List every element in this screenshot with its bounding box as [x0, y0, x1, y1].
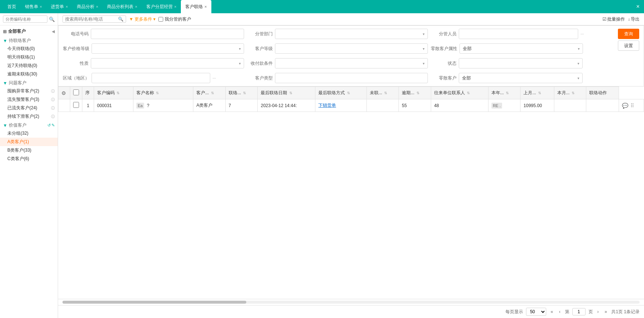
nav-home[interactable]: 首页	[3, 0, 21, 13]
filter-status-select[interactable]: ▾	[459, 58, 583, 68]
filter-manager-input[interactable]	[459, 29, 578, 39]
qr-icon[interactable]: ⠿	[630, 103, 634, 109]
nav-customer-layer[interactable]: 客户分层经营 ×	[142, 0, 181, 13]
nav-product-analysis[interactable]: 商品分析 ×	[72, 0, 103, 13]
filter-status-label: 状态	[431, 60, 457, 67]
sidebar-item-a-class[interactable]: A类客户(1)	[0, 138, 58, 146]
nav-purchase-close[interactable]: ×	[65, 4, 68, 9]
nav-customer-contact[interactable]: 客户联络 ×	[181, 0, 211, 13]
collapse-icon[interactable]: ◀	[52, 29, 55, 33]
export-button[interactable]: ↓ 导出	[628, 16, 640, 22]
sidebar-item-lost[interactable]: 已流失客户(24) ⓘ	[0, 104, 58, 112]
nav-product-analysis-close[interactable]: ×	[96, 4, 98, 9]
filter-customer-level-select[interactable]: ▾	[275, 43, 428, 54]
close-all-button[interactable]: ×	[635, 2, 641, 11]
page-input[interactable]	[572, 308, 586, 315]
filter-dept-label: 分管部门	[247, 31, 273, 37]
row-contact: 7	[225, 99, 258, 112]
filter-retail-attr-select[interactable]: 全部 ▾	[459, 43, 583, 54]
table-row: 1 000031 Ea ? A类客户 7 2023-04-12 14:44: 下…	[58, 99, 644, 112]
sidebar-item-declining[interactable]: 持续下滑客户(2) ⓘ	[0, 112, 58, 121]
manager-more-icon[interactable]: ···	[580, 32, 584, 36]
page-next-button[interactable]: ›	[596, 308, 600, 315]
sort-level-icon[interactable]: ⇅	[211, 91, 214, 95]
query-button[interactable]: 查询	[618, 29, 639, 39]
sidebar-item-lostwarning[interactable]: 流失预警客户(3) ⓘ	[0, 95, 58, 104]
sidebar-item-tomorrow[interactable]: 明天待联络(1)	[0, 53, 58, 61]
nav-sales[interactable]: 销售单 ×	[21, 0, 46, 13]
sidebar-search-icon[interactable]: 🔍	[49, 17, 55, 22]
batch-op-button[interactable]: ☑ 批量操作	[602, 16, 625, 22]
row-this-year: 10995.00	[520, 99, 554, 112]
sidebar-item-overdue[interactable]: 逾期未联络(30)	[0, 70, 58, 78]
sidebar-item-abnormal[interactable]: 囤购异常客户(2) ⓘ	[0, 87, 58, 95]
my-customer-checkbox-label[interactable]: 我分管的客户	[158, 16, 191, 22]
nav-sales-close[interactable]: ×	[40, 4, 42, 9]
select-all-checkbox[interactable]	[73, 89, 79, 95]
sidebar-item-today[interactable]: 今天待联络(0)	[0, 45, 58, 53]
export-icon: ↓	[628, 17, 630, 22]
section-problem[interactable]: ▼ 问题客户	[0, 78, 58, 87]
row-checkbox-input[interactable]	[73, 102, 79, 108]
edit-icon[interactable]: ✎	[51, 123, 55, 128]
sidebar-item-b-class[interactable]: B类客户(33)	[0, 146, 58, 155]
search-icon[interactable]: 🔍	[118, 17, 124, 22]
sidebar-item-ungroup[interactable]: 未分组(32)	[0, 129, 58, 138]
nav-product-list[interactable]: 商品分析列表 ×	[103, 0, 142, 13]
th-no: 序	[82, 87, 94, 99]
section-value[interactable]: ▼ 价值客户 ↺ ✎	[0, 121, 58, 129]
row-overdue-val: 55	[399, 99, 431, 112]
filter-region-input[interactable]	[92, 73, 210, 83]
section-pending[interactable]: ▼ 待联络客户	[0, 36, 58, 45]
filter-nature-select[interactable]: ▾	[91, 58, 244, 68]
sort-name-icon[interactable]: ⇅	[156, 91, 159, 95]
nav-product-list-close[interactable]: ×	[135, 4, 137, 9]
sort-lastdate-icon[interactable]: ⇅	[289, 91, 292, 95]
sidebar-search-input[interactable]	[3, 15, 47, 23]
nav-customer-layer-close[interactable]: ×	[174, 4, 176, 9]
region-more-icon[interactable]: ···	[212, 76, 216, 80]
filter-customer-type-input[interactable]	[275, 73, 428, 83]
last-method-link[interactable]: 下销货单	[318, 103, 336, 108]
page-last-button[interactable]: »	[603, 308, 609, 315]
page-total-label: 共1页 1条记录	[611, 309, 640, 315]
nav-customer-contact-close[interactable]: ×	[204, 4, 207, 9]
my-customer-checkbox[interactable]	[158, 17, 163, 22]
scrollbar-track[interactable]	[62, 301, 640, 304]
sidebar-item-c-class[interactable]: C类客户(6)	[0, 155, 58, 163]
gear-icon[interactable]: ⚙	[61, 90, 66, 96]
page-prev-button[interactable]: ‹	[558, 308, 562, 315]
filter-payment-select[interactable]: ▾	[275, 58, 428, 68]
filter-retail-label: 零散客户	[431, 75, 457, 81]
filter-more-button[interactable]: ▼ 更多条件 ▾	[129, 16, 155, 22]
row-no: 1	[82, 99, 94, 112]
sort-contact2-icon[interactable]: ⇅	[467, 91, 470, 95]
page-size-select[interactable]: 50 100 200	[526, 308, 546, 316]
sort-lastmethod-icon[interactable]: ⇅	[347, 91, 350, 95]
filter-manager: 分管人员 ···	[431, 29, 612, 39]
filter-payment: 收付款条件 ▾	[247, 58, 428, 68]
nav-purchase[interactable]: 进货单 ×	[46, 0, 72, 13]
sidebar-all-customers[interactable]: ⊞ 全部客户 ◀	[0, 27, 58, 36]
sort-lastmonth-icon[interactable]: ⇅	[538, 91, 541, 95]
sort-uncontacted-icon[interactable]: ⇅	[384, 91, 387, 95]
sidebar-item-7days[interactable]: 近7天待联络(0)	[0, 61, 58, 70]
search-input[interactable]	[65, 17, 117, 22]
th-action: 联络动作	[586, 87, 619, 99]
filter-dept-select[interactable]: ▾	[275, 29, 428, 39]
filter-price-level-select[interactable]: ▾	[92, 43, 244, 54]
refresh-icon[interactable]: ↺	[47, 123, 51, 128]
sort-contact-icon[interactable]: ⇅	[243, 91, 246, 95]
chat-icon[interactable]: 💬	[622, 103, 628, 109]
sort-thismonth-icon[interactable]: ⇅	[572, 91, 575, 95]
filter-retail-select[interactable]: 全部 ▾	[459, 73, 583, 83]
setting-button[interactable]: 设置	[618, 40, 639, 51]
sort-thisyear-icon[interactable]: ⇅	[506, 91, 509, 95]
th-contact: 联络... ⇅	[225, 87, 258, 99]
page-first-button[interactable]: «	[549, 308, 555, 315]
scrollbar-thumb[interactable]	[62, 301, 246, 304]
filter-phone-input[interactable]	[91, 29, 244, 39]
sort-code-icon[interactable]: ⇅	[117, 91, 119, 95]
section-value-arrow: ▼	[3, 123, 7, 128]
sort-overdue-icon[interactable]: ⇅	[416, 91, 419, 95]
